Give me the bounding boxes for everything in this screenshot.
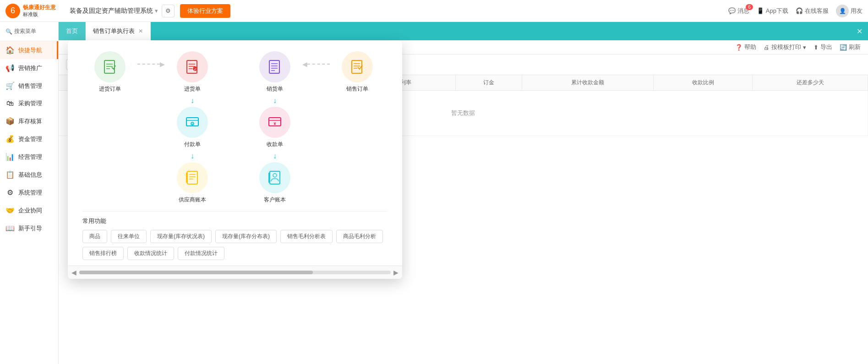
marketing-icon: 📢 — [5, 64, 15, 72]
svg-rect-26 — [187, 171, 197, 184]
purchase-order-circle — [94, 51, 126, 82]
flow-node-sales-order[interactable]: 销售订单 — [330, 51, 385, 93]
flow-node-receipt-bill[interactable]: ¥ 收款单 — [247, 107, 302, 148]
svg-rect-0 — [104, 60, 115, 73]
svg-rect-10 — [269, 60, 279, 73]
system-icon: ⚙ — [5, 188, 15, 197]
sidebar-item-purchase[interactable]: 🛍 采购管理 — [0, 95, 58, 112]
func-btn-sales-rank[interactable]: 销售排行榜 — [82, 247, 124, 260]
user-menu[interactable]: 👤 用友 — [836, 5, 863, 17]
func-btn-sales-profit[interactable]: 销售毛利分析表 — [280, 230, 333, 243]
sidebar-item-operations[interactable]: 📊 经营管理 — [0, 148, 58, 166]
tab-sales-order[interactable]: 销售订单执行表 ✕ — [86, 22, 151, 40]
online-service-button[interactable]: 🎧 在线客服 — [796, 7, 829, 15]
func-row-2: 销售排行榜 收款情况统计 付款情况统计 — [82, 247, 388, 260]
flow-node-payment-bill[interactable]: ¥ 付款单 — [165, 107, 220, 148]
sidebar-item-quick-nav[interactable]: 🏠 快捷导航 — [0, 41, 58, 59]
sidebar-nav: 🏠 快捷导航 📢 营销推广 🛒 销售管理 🛍 采购管理 📦 库存核 — [0, 41, 58, 364]
purchase-icon: 🛍 — [5, 99, 15, 108]
flow-node-purchase-bill[interactable]: ✓ 进货单 — [165, 51, 220, 93]
tab-close-icon[interactable]: ✕ — [138, 28, 143, 34]
purchase-order-icon — [102, 59, 118, 75]
scroll-right-icon[interactable]: ▶ — [393, 269, 399, 276]
func-btn-stock-dist[interactable]: 现存量(库存分布表) — [215, 230, 277, 243]
flow-node-customer-ledger[interactable]: 客户账本 — [247, 162, 302, 204]
col-days-diff: 还差多少天 — [753, 75, 868, 91]
export-button[interactable]: ⬆ 导出 — [813, 43, 832, 51]
sidebar-search-area: 🔍 搜索菜单 — [0, 22, 58, 41]
help-button[interactable]: ❓ 帮助 — [735, 43, 756, 51]
payment-bill-circle: ¥ — [177, 107, 208, 138]
svg-text:✓: ✓ — [194, 67, 197, 71]
app-download-button[interactable]: 📱 App下载 — [757, 7, 788, 15]
scrollbar-track[interactable] — [79, 271, 391, 274]
sidebar-item-basic-info[interactable]: 📋 基础信息 — [0, 166, 58, 184]
sidebar-item-marketing[interactable]: 📢 营销推广 — [0, 59, 58, 77]
func-btn-product-profit[interactable]: 商品毛利分析 — [336, 230, 383, 243]
sales-bill-circle — [259, 51, 290, 82]
common-functions-title: 常用功能 — [82, 217, 388, 225]
vertical-arrows-row: ↓ ↓ — [82, 97, 388, 105]
basic-info-icon: 📋 — [5, 170, 15, 179]
system-name: 装备及固定资产辅助管理系统 — [70, 7, 153, 15]
sidebar-item-system[interactable]: ⚙ 系统管理 — [0, 184, 58, 201]
svg-text:¥: ¥ — [273, 121, 276, 126]
logo-text: 畅康通好生意 标准版 — [23, 4, 56, 18]
common-functions-section: 常用功能 商品 往来单位 现存量(库存状况表) 现存量(库存分布表) 销售毛利分… — [82, 211, 388, 260]
col-total-receipt: 累计收款金额 — [522, 75, 653, 91]
search-menu-button[interactable]: 🔍 搜索菜单 — [4, 26, 55, 37]
supplier-ledger-label: 供应商账本 — [179, 196, 206, 204]
settings-button[interactable]: ⚙ — [162, 5, 175, 17]
user-avatar: 👤 — [836, 5, 849, 17]
message-button[interactable]: 💬 消息 6 — [728, 7, 749, 15]
sidebar-item-collab[interactable]: 🤝 企业协同 — [0, 201, 58, 219]
arrow-purchase-order-to-bill: ▶ — [137, 60, 165, 68]
trial-button[interactable]: 体验行业方案 — [180, 4, 230, 18]
inventory-icon: 📦 — [5, 117, 15, 125]
payment-bill-icon: ¥ — [184, 114, 201, 130]
purchase-bill-icon: ✓ — [184, 59, 201, 75]
flow-row-2: ¥ 付款单 ¥ 收款单 — [82, 107, 388, 148]
system-dropdown-icon[interactable]: ▾ — [155, 7, 158, 14]
flow-node-supplier-ledger[interactable]: 供应商账本 — [165, 162, 220, 204]
sidebar-item-sales[interactable]: 🛒 销售管理 — [0, 77, 58, 95]
quick-nav-modal: 进货订单 ▶ ✓ 进货单 — [68, 40, 402, 279]
svg-rect-15 — [352, 60, 362, 73]
sales-order-label: 销售订单 — [346, 85, 368, 93]
tab-home[interactable]: 首页 — [59, 22, 86, 40]
refresh-button[interactable]: 🔄 刷新 — [840, 43, 861, 51]
template-print-button[interactable]: 🖨 按模板打印 ▾ — [764, 43, 806, 51]
refresh-icon: 🔄 — [840, 44, 847, 51]
arrow-sales-order-to-bill: ◀ — [302, 60, 330, 68]
func-btn-receipt-stat[interactable]: 收款情况统计 — [127, 247, 174, 260]
sidebar-item-inventory[interactable]: 📦 库存核算 — [0, 112, 58, 130]
scrollbar-thumb — [79, 271, 313, 274]
vertical-arrows-row-2: ↓ ↓ — [82, 152, 388, 160]
logo-icon: 6 — [5, 4, 20, 18]
logo-section: 6 畅康通好生意 标准版 — [5, 4, 64, 18]
func-btn-product[interactable]: 商品 — [82, 230, 107, 243]
collab-icon: 🤝 — [5, 206, 15, 215]
top-center: 装备及固定资产辅助管理系统 ▾ ⚙ 体验行业方案 — [64, 4, 728, 18]
sidebar-item-guide[interactable]: 📖 新手引导 — [0, 219, 58, 237]
flow-node-purchase-order[interactable]: 进货订单 — [82, 51, 137, 93]
print-icon: 🖨 — [764, 44, 770, 51]
purchase-bill-circle: ✓ — [177, 51, 208, 82]
sales-icon: 🛒 — [5, 81, 15, 90]
receipt-bill-label: 收款单 — [267, 141, 283, 148]
guide-icon: 📖 — [5, 224, 15, 233]
close-all-tabs-button[interactable]: ✕ — [851, 27, 868, 36]
func-btn-payment-stat[interactable]: 付款情况统计 — [178, 247, 224, 260]
receipt-bill-circle: ¥ — [259, 107, 290, 138]
home-icon: 🏠 — [5, 46, 15, 54]
func-btn-stock-status[interactable]: 现存量(库存状况表) — [150, 230, 212, 243]
sidebar-item-finance[interactable]: 💰 资金管理 — [0, 130, 58, 148]
export-icon: ⬆ — [813, 44, 819, 51]
scroll-left-icon[interactable]: ◀ — [71, 269, 76, 276]
supplier-ledger-circle — [177, 162, 208, 193]
flow-node-sales-bill[interactable]: 销货单 — [247, 51, 302, 93]
top-bar: 6 畅康通好生意 标准版 装备及固定资产辅助管理系统 ▾ ⚙ 体验行业方案 💬 … — [0, 0, 868, 22]
col-receipt-ratio: 收款比例 — [654, 75, 753, 91]
down-arrow-receipt: ↓ — [273, 152, 277, 160]
func-btn-partner[interactable]: 往来单位 — [111, 230, 147, 243]
